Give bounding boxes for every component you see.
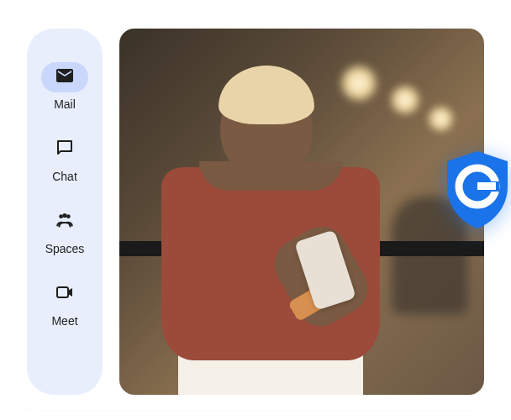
sidebar-item-label: Mail — [54, 97, 76, 111]
photo-scene — [119, 29, 484, 395]
sidebar-item-label: Meet — [51, 314, 77, 328]
sidebar-item-spaces[interactable]: Spaces — [41, 207, 88, 255]
sidebar-item-label: Chat — [52, 170, 77, 183]
svg-rect-3 — [57, 287, 68, 297]
meet-icon — [55, 282, 75, 306]
mail-icon — [55, 66, 75, 89]
sidebar-item-chat[interactable]: Chat — [41, 134, 88, 183]
security-shield-badge: G — [442, 150, 511, 230]
svg-point-2 — [62, 213, 66, 218]
mail-icon-wrap — [41, 62, 88, 92]
sidebar-item-mail[interactable]: Mail — [41, 62, 88, 111]
chat-icon — [55, 138, 75, 161]
sidebar-item-meet[interactable]: Meet — [41, 279, 88, 328]
meet-icon-wrap — [41, 279, 88, 309]
app-card: Mail Chat — [12, 13, 499, 410]
sidebar-item-label: Spaces — [45, 242, 85, 255]
spaces-icon — [54, 209, 76, 234]
sidebar-nav: Mail Chat — [27, 29, 103, 395]
spaces-icon-wrap — [41, 207, 88, 237]
svg-point-0 — [59, 214, 63, 218]
shield-letter: G — [477, 175, 487, 189]
hero-photo — [119, 29, 484, 395]
svg-point-1 — [66, 214, 71, 218]
chat-icon-wrap — [41, 134, 88, 165]
